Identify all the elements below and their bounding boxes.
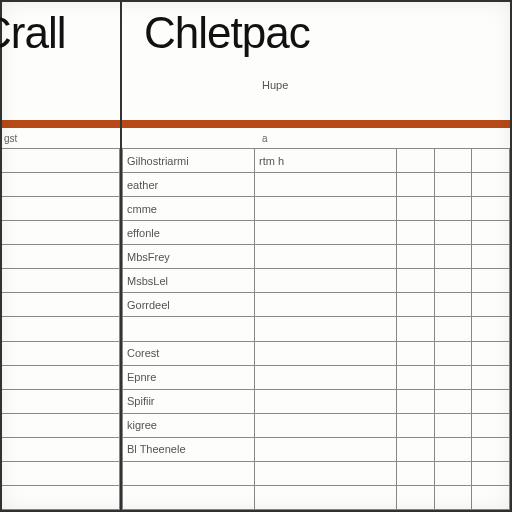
left-grid xyxy=(2,148,120,510)
cell xyxy=(397,389,435,413)
cell xyxy=(397,437,435,461)
row-label: Gorrdeel xyxy=(127,299,170,311)
table-row: MbsFrey xyxy=(123,245,510,269)
row-label: Gilhostriarmi xyxy=(127,155,189,167)
table-row: Corest xyxy=(123,341,510,365)
cell xyxy=(472,341,510,365)
cell xyxy=(472,413,510,437)
cell xyxy=(472,437,510,461)
table-row xyxy=(2,341,120,365)
cell xyxy=(2,365,120,389)
table-row xyxy=(2,437,120,461)
row-label: MbsFrey xyxy=(127,251,170,263)
cell xyxy=(397,245,435,269)
cell xyxy=(2,341,120,365)
table-row: Epnre xyxy=(123,365,510,389)
right-title-text: Chletpac xyxy=(144,8,310,58)
table-row xyxy=(2,365,120,389)
cell xyxy=(397,293,435,317)
cell xyxy=(472,197,510,221)
cell xyxy=(2,293,120,317)
cell xyxy=(434,341,472,365)
table-row: MsbsLel xyxy=(123,269,510,293)
cell xyxy=(472,365,510,389)
cell xyxy=(2,269,120,293)
cell xyxy=(434,221,472,245)
right-sublabel-row: a xyxy=(122,128,510,148)
cell xyxy=(2,317,120,341)
left-title: Crall xyxy=(0,2,120,74)
cell xyxy=(434,413,472,437)
row-secondary-cell xyxy=(255,341,397,365)
cell xyxy=(472,149,510,173)
cell xyxy=(434,437,472,461)
row-label-cell: effonle xyxy=(123,221,255,245)
table-row xyxy=(2,221,120,245)
cell xyxy=(2,221,120,245)
row-label-cell: kigree xyxy=(123,413,255,437)
cell xyxy=(434,461,472,485)
row-secondary-cell xyxy=(255,461,397,485)
table-row: kigree xyxy=(123,413,510,437)
row-secondary-cell xyxy=(255,485,397,509)
row-secondary-cell xyxy=(255,437,397,461)
left-sublabel: gst xyxy=(4,133,17,144)
table-row: effonle xyxy=(123,221,510,245)
left-sublabel-row: gst xyxy=(2,128,120,148)
row-secondary-cell xyxy=(255,173,397,197)
right-subheader: Hupe xyxy=(262,79,288,91)
row-secondary-cell xyxy=(255,389,397,413)
cell xyxy=(434,389,472,413)
cell xyxy=(2,173,120,197)
right-subheader-row: Hupe xyxy=(122,74,510,96)
cell xyxy=(434,293,472,317)
row-label-cell: Bl Theenele xyxy=(123,437,255,461)
cell xyxy=(434,245,472,269)
panel-right: Chletpac Hupe a Gilhostriarmirtm heather… xyxy=(122,2,510,510)
row-secondary-cell xyxy=(255,317,397,341)
row-label: Epnre xyxy=(127,371,156,383)
row-label: effonle xyxy=(127,227,160,239)
cell xyxy=(472,245,510,269)
table-row: eather xyxy=(123,173,510,197)
row-label-cell xyxy=(123,485,255,509)
cell xyxy=(397,269,435,293)
cell xyxy=(397,149,435,173)
cell xyxy=(2,413,120,437)
row-label: eather xyxy=(127,179,158,191)
cell xyxy=(2,437,120,461)
cell xyxy=(397,341,435,365)
table-row xyxy=(123,317,510,341)
cell xyxy=(2,245,120,269)
right-grid: Gilhostriarmirtm heathercmmeeffonleMbsFr… xyxy=(122,148,510,510)
row-label-cell: MbsFrey xyxy=(123,245,255,269)
table-row xyxy=(2,197,120,221)
cell xyxy=(472,317,510,341)
table-row xyxy=(2,317,120,341)
row-secondary-cell xyxy=(255,269,397,293)
cell xyxy=(397,221,435,245)
cell xyxy=(472,485,510,509)
row-label: kigree xyxy=(127,419,157,431)
cell xyxy=(434,197,472,221)
table-row: Bl Theenele xyxy=(123,437,510,461)
row-secondary-cell xyxy=(255,221,397,245)
cell xyxy=(472,293,510,317)
row-label-cell: cmme xyxy=(123,197,255,221)
table-row xyxy=(2,269,120,293)
row-label-cell xyxy=(123,461,255,485)
row-secondary-cell xyxy=(255,365,397,389)
row-secondary-cell xyxy=(255,197,397,221)
row-label: Corest xyxy=(127,347,159,359)
cell xyxy=(397,317,435,341)
cell xyxy=(434,269,472,293)
table-row: Gilhostriarmirtm h xyxy=(123,149,510,173)
row-label-cell: Corest xyxy=(123,341,255,365)
cell xyxy=(472,173,510,197)
right-sublabel: a xyxy=(262,133,268,144)
cell xyxy=(434,173,472,197)
table-row xyxy=(123,485,510,509)
cell xyxy=(2,197,120,221)
table-row: Gorrdeel xyxy=(123,293,510,317)
table-row xyxy=(123,461,510,485)
